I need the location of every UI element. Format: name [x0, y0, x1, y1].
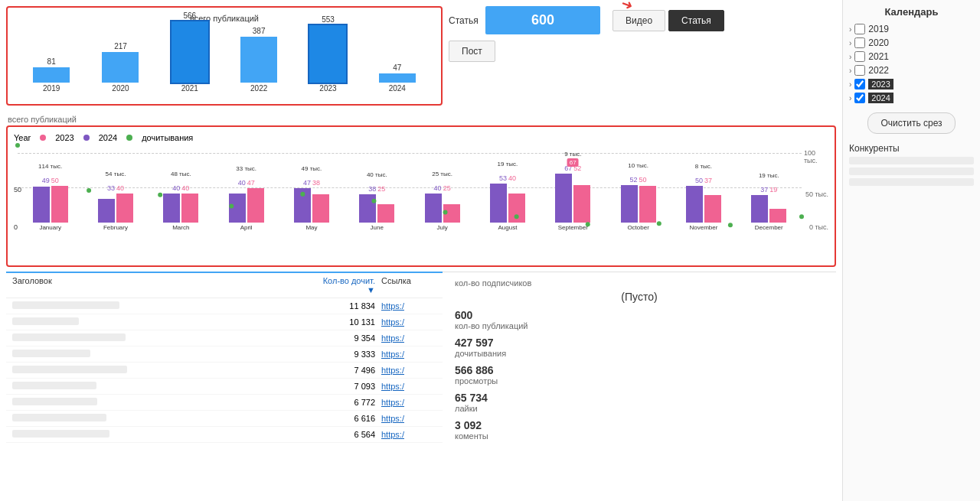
year-checkbox[interactable] — [854, 93, 865, 103]
bar-2024-label: 40 — [508, 174, 516, 182]
bars-pair — [686, 186, 721, 223]
cell-count: 9 333 — [314, 350, 375, 359]
bar-value-label: 47 — [393, 63, 401, 72]
chevron-icon: › — [849, 53, 851, 61]
table-section: Заголовок Кол-во дочит. ▼ Ссылка 11 834h… — [6, 272, 443, 501]
year-checkbox[interactable] — [854, 79, 865, 89]
bar-2024 — [312, 194, 329, 223]
kol-vo-label: кол-во подписчиков — [455, 278, 824, 288]
table-row: 9 354https:/ — [6, 330, 443, 346]
calendar-year-item[interactable]: ›2019 — [849, 24, 974, 34]
col-title-header: Заголовок — [12, 276, 314, 294]
calendar-year-item[interactable]: ›2020 — [849, 37, 974, 48]
month-group: 54 тыс.3340February — [98, 184, 133, 231]
y-axis-label: 50 тыс. — [805, 190, 828, 198]
cell-count: 6 616 — [314, 414, 375, 423]
cell-count: 7 496 — [314, 366, 375, 375]
year-label: 2023 — [868, 79, 893, 89]
line-chart-svg — [18, 145, 802, 231]
cell-count: 9 354 — [314, 333, 375, 343]
cell-link[interactable]: https:/ — [375, 301, 436, 311]
clear-button[interactable]: Очистить срез — [867, 112, 955, 134]
bar-rect — [102, 52, 139, 83]
month-group: 9 тыс.675267September — [555, 164, 590, 231]
cell-title — [12, 333, 314, 343]
cell-title — [12, 301, 314, 311]
month-label: December — [755, 224, 783, 231]
legend-dot-2024 — [83, 135, 90, 141]
post-button[interactable]: Пост — [449, 41, 495, 62]
bar-rect — [309, 25, 346, 83]
table-row: 7 093https:/ — [6, 379, 443, 395]
read-label: 9 тыс. — [564, 151, 581, 158]
cell-link[interactable]: https:/ — [375, 398, 436, 407]
col-count-header[interactable]: Кол-во дочит. ▼ — [314, 276, 375, 294]
blurred-sidebar-1 — [849, 157, 974, 164]
bars-pair — [751, 195, 786, 223]
bar-2023-label: 53 — [499, 174, 507, 182]
calendar-year-item[interactable]: ›2023 — [849, 79, 974, 89]
chevron-icon: › — [849, 80, 851, 89]
bar-2024 — [116, 194, 133, 223]
cell-link[interactable]: https:/ — [375, 333, 436, 343]
bar-item: 812019 — [33, 57, 70, 93]
stats-panel: кол-во подписчиков (Пусто) 600кол-во пуб… — [443, 272, 836, 501]
read-label: 48 тыс. — [171, 171, 191, 177]
bar-2024 — [704, 195, 721, 223]
read-label: 19 тыс. — [759, 172, 779, 179]
bar-item: 5662021 — [172, 11, 208, 93]
stat-number: 427 597 — [455, 337, 824, 349]
bar-value-label: 553 — [322, 15, 335, 24]
bar-2024-label: 40 — [116, 184, 124, 192]
calendar-year-item[interactable]: ›2021 — [849, 51, 974, 62]
year-checkbox[interactable] — [854, 65, 865, 76]
month-group: 40 тыс.3825June — [359, 185, 394, 231]
stats-items: 600кол-во публикаций427 597дочитывания56… — [455, 309, 824, 441]
bar-rect — [172, 21, 208, 83]
cell-link[interactable]: https:/ — [375, 366, 436, 375]
month-group: 8 тыс.5037November — [686, 177, 721, 231]
cell-link[interactable]: https:/ — [375, 382, 436, 391]
y-axis-label: 100 тыс. — [804, 149, 828, 164]
year-checkbox[interactable] — [854, 24, 865, 34]
bar-2023 — [490, 184, 507, 223]
line-dot — [657, 221, 662, 226]
line-dot — [728, 223, 733, 227]
bar-2023-label: 40 — [434, 184, 442, 192]
bar-year-label: 2021 — [181, 84, 198, 93]
month-group: 19 тыс.3719December — [751, 186, 786, 231]
combo-chart-container: Year 2023 2024 дочитывания 100 тыс.50 ты… — [6, 125, 836, 267]
bars-pair — [621, 185, 656, 223]
cell-link[interactable]: https:/ — [375, 414, 436, 423]
chevron-icon: › — [849, 25, 851, 34]
read-label: 54 тыс. — [106, 171, 126, 177]
bar-2024 — [443, 204, 460, 223]
bar-chart-title: всего публикаций — [14, 14, 435, 23]
bar-2023 — [294, 188, 311, 223]
bar-2024 — [639, 186, 656, 223]
bar-value-label: 217 — [114, 42, 127, 50]
bar-2024 — [377, 204, 394, 223]
cell-link[interactable]: https:/ — [375, 350, 436, 359]
stat-item: 566 886просмотры — [455, 364, 824, 386]
bars-pair — [555, 174, 590, 223]
cell-link[interactable]: https:/ — [375, 317, 436, 327]
bar-2023 — [359, 194, 376, 223]
video-button[interactable]: Видео — [612, 10, 665, 31]
read-label: 19 тыс. — [498, 161, 518, 168]
bar-2024-label: 47 — [247, 179, 255, 187]
blurred-sidebar-3 — [849, 178, 974, 186]
legend-dot-2023 — [40, 135, 46, 141]
cell-link[interactable]: https:/ — [375, 430, 436, 439]
year-checkbox[interactable] — [854, 51, 865, 62]
stat-desc: дочитывания — [455, 349, 824, 358]
article-button[interactable]: Статья — [668, 10, 724, 31]
month-group: 10 тыс.5250October — [621, 176, 656, 231]
bar-2023 — [751, 195, 768, 223]
bar-value-label: 81 — [47, 57, 56, 66]
calendar-year-item[interactable]: ›2024 — [849, 93, 974, 103]
month-label: June — [371, 224, 384, 231]
year-checkbox[interactable] — [854, 37, 865, 48]
calendar-year-item[interactable]: ›2022 — [849, 65, 974, 76]
stat-number: 65 734 — [455, 392, 824, 404]
